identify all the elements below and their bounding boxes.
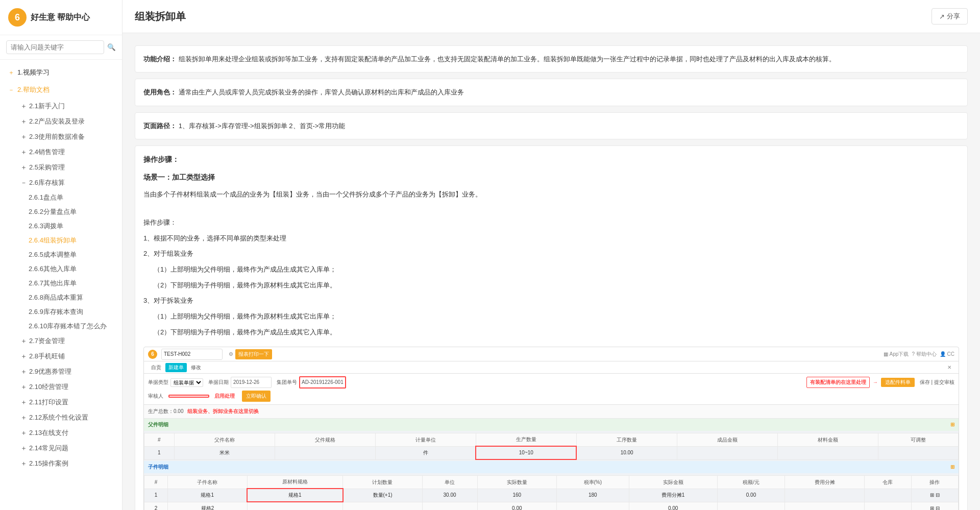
nav-item-212[interactable]: ＋ 2.12系统个性化设置 <box>12 410 122 425</box>
nav-section-2-label[interactable]: － 2.帮助文档 <box>0 81 122 99</box>
nav-sub-26: 2.6.1盘点单 2.6.2分量盘点单 2.6.3调拨单 2.6.4组装拆卸单 … <box>12 190 122 333</box>
plus-icon-23: ＋ <box>20 132 27 141</box>
nav-item-215[interactable]: ＋ 2.15操作案例 <box>12 456 122 471</box>
mock-apps-icon: ▦ App下载 <box>884 350 909 359</box>
mock-date-input[interactable]: 2019-12-26 <box>231 377 272 388</box>
mock-toolbar-row2: 审核人 启用处理 立即确认 <box>148 391 954 402</box>
mock-spec-highlight[interactable]: 规格1 <box>247 489 342 502</box>
nav-item-210[interactable]: ＋ 2.10经营管理 <box>12 379 122 395</box>
mock-upper-expand-btn[interactable]: ⊞ <box>950 420 954 429</box>
ops-steps-title: 操作步骤： <box>143 216 959 229</box>
nav-item-264[interactable]: 2.6.4组装拆卸单 <box>20 233 122 248</box>
mock-lower-expand-btn[interactable]: ⊞ <box>950 463 954 472</box>
scenario1-desc: 当由多个子件材料组装成一个成品的业务为【组装】业务，当由一个父件拆分成多个子产品… <box>143 188 959 201</box>
nav-section-1-label[interactable]: ＋ 1.视频学习 <box>0 64 122 81</box>
mock-store-select: TEST-H002 <box>161 349 223 360</box>
nav-item-2610[interactable]: 2.6.10库存账本错了怎么办 <box>20 319 122 333</box>
mock-menu-home[interactable]: 自贡 <box>148 363 164 372</box>
mock-confirm-btn[interactable]: 立即确认 <box>242 391 271 402</box>
mock-app: 6 TEST-H002 ⚙ 报表打印一下 ▦ App下载 ? 帮助中心 👤 CC <box>144 347 959 510</box>
ops-title: 操作步骤： <box>143 153 959 166</box>
path-block: 页面路径： 1、库存核算->库存管理->组装拆卸单 2、首页->常用功能 <box>135 112 968 139</box>
role-block: 使用角色： 通常由生产人员或库管人员完成拆装业务的操作，库管人员确认原材料的出库… <box>135 79 968 106</box>
plus-icon-29: ＋ <box>20 367 27 376</box>
table-row: 1 米米 件 10~10 10.00 <box>144 446 959 459</box>
steps-content: 当由多个子件材料组装成一个成品的业务为【组装】业务，当由一个父件拆分成多个子产品… <box>143 188 959 339</box>
mock-col-unit: 计量单位 <box>375 433 476 447</box>
nav-item-214[interactable]: ＋ 2.14常见问题 <box>12 441 122 456</box>
mock-no-input[interactable]: AD-20191226-001 <box>299 376 346 388</box>
mock-col-parent-name: 父件名称 <box>174 433 275 447</box>
mock-upper-table: # 父件名称 父件规格 计量单位 生产数量 工序数量 成品金额 材料金额 可调整 <box>144 433 959 460</box>
search-input[interactable] <box>6 40 104 54</box>
nav-item-26[interactable]: － 2.6库存核算 <box>12 175 122 190</box>
nav-item-29[interactable]: ＋ 2.9优惠券管理 <box>12 364 122 379</box>
nav-item-27[interactable]: ＋ 2.7资金管理 <box>12 333 122 349</box>
ops-block: 操作步骤： 场景一：加工类型选择 当由多个子件材料组装成一个成品的业务为【组装】… <box>135 145 968 510</box>
nav-item-261[interactable]: 2.6.1盘点单 <box>20 190 122 205</box>
nav-item-211[interactable]: ＋ 2.11打印设置 <box>12 395 122 410</box>
sidebar-header: 6 好生意 帮助中心 <box>0 0 122 35</box>
app-title: 好生意 帮助中心 <box>31 12 90 23</box>
plus-icon-24: ＋ <box>20 148 27 157</box>
nav-item-263[interactable]: 2.6.3调拨单 <box>20 219 122 233</box>
mock-topbar-btn[interactable]: 报表打印一下 <box>235 349 272 359</box>
mock-sub-toolbar: 生产总数：0.00 组装业务、拆卸业务在这里切换 <box>144 405 959 419</box>
search-button[interactable]: 🔍 <box>107 43 116 51</box>
collapse-icon-2: － <box>8 86 14 94</box>
nav-item-213[interactable]: ＋ 2.13在线支付 <box>12 425 122 441</box>
mock-bom-annotation: 有装配清单的在这里处理 <box>806 377 870 388</box>
nav-item-22[interactable]: ＋ 2.2产品安装及登录 <box>12 114 122 129</box>
mock-col-no: # <box>144 433 175 447</box>
mock-lower-table-wrapper: # 子件名称 原材料规格 计划数量 单位 实际数量 税率(%) 实际金额 税额/ <box>144 473 959 510</box>
mock-user-icon: 👤 CC <box>940 350 954 359</box>
role-text: 通常由生产人员或库管人员完成拆装业务的操作，库管人员确认原材料的出库和产成品的入… <box>179 88 464 96</box>
role-label: 使用角色： <box>143 88 177 96</box>
nav-item-267[interactable]: 2.6.7其他出库单 <box>20 276 122 290</box>
plus-icon-215: ＋ <box>20 459 27 468</box>
mock-type-select[interactable]: 组装单据 拆卸单据 <box>170 378 203 387</box>
step2a: （1）上部明细为父件明细，最终作为产成品生成其它入库单； <box>143 263 959 276</box>
mock-bom-area: 有装配清单的在这里处理 → 选配件料单 保存 | 提交审核 <box>806 377 954 388</box>
mock-col-adjustable: 可调整 <box>878 433 959 447</box>
nav-sub-2: ＋ 2.1新手入门 ＋ 2.2产品安装及登录 ＋ 2.3使用前数据准备 ＋ 2.… <box>0 99 122 471</box>
nav-item-269[interactable]: 2.6.9库存账本查询 <box>20 305 122 319</box>
nav-item-265[interactable]: 2.6.5成本调整单 <box>20 248 122 262</box>
mock-approver-input[interactable] <box>168 395 209 398</box>
share-button[interactable]: ↗ 分享 <box>932 8 968 25</box>
mock-extra-btns: 保存 | 提交审核 <box>920 378 954 387</box>
mock-menu-edit[interactable]: 修改 <box>188 363 204 372</box>
nav-item-24[interactable]: ＋ 2.4销售管理 <box>12 144 122 160</box>
mock-arrow-right: → <box>873 378 878 387</box>
mock-help-icon: ? 帮助中心 <box>912 350 936 359</box>
mock-upper-table-wrapper: # 父件名称 父件规格 计量单位 生产数量 工序数量 成品金额 材料金额 可调整 <box>144 431 959 460</box>
page-header: 组装拆卸单 ↗ 分享 <box>122 0 980 33</box>
nav-item-23[interactable]: ＋ 2.3使用前数据准备 <box>12 129 122 144</box>
plus-icon-211: ＋ <box>20 398 27 407</box>
nav-item-21[interactable]: ＋ 2.1新手入门 <box>12 99 122 114</box>
mock-select-bom-btn[interactable]: 选配件料单 <box>881 378 915 387</box>
mock-field-date: 单据日期 2019-12-26 <box>208 377 272 388</box>
mock-enable-annotation: 启用处理 <box>214 392 235 401</box>
mock-menu-new[interactable]: 新建单 <box>165 363 187 372</box>
sidebar: 6 好生意 帮助中心 🔍 ＋ 1.视频学习 － 2.帮助文档 ＋ 2.1新手入门 <box>0 0 122 510</box>
mock-toolbar-area: 单据类型 组装单据 拆卸单据 单据日期 2019-12-26 <box>144 374 959 405</box>
mock-topbar: 6 TEST-H002 ⚙ 报表打印一下 ▦ App下载 ? 帮助中心 👤 CC <box>144 347 959 361</box>
mock-approver-label: 审核人 <box>148 392 163 401</box>
mock-total-label: 生产总数：0.00 <box>148 407 183 416</box>
page-title: 组装拆卸单 <box>135 10 186 23</box>
mock-switch-annotation: 组装业务、拆卸业务在这里切换 <box>187 407 259 416</box>
plus-icon-28: ＋ <box>20 352 27 361</box>
nav-item-266[interactable]: 2.6.6其他入库单 <box>20 262 122 276</box>
scenario1-title: 场景一：加工类型选择 <box>143 171 959 184</box>
nav-item-262[interactable]: 2.6.2分量盘点单 <box>20 205 122 219</box>
plus-icon-25: ＋ <box>20 163 27 172</box>
nav-item-268[interactable]: 2.6.8商品成本重算 <box>20 290 122 305</box>
nav-item-28[interactable]: ＋ 2.8手机旺铺 <box>12 349 122 364</box>
mock-close-icon[interactable]: ✕ <box>947 363 951 372</box>
nav-item-25[interactable]: ＋ 2.5采购管理 <box>12 160 122 175</box>
mock-field-no: 集团单号 AD-20191226-001 <box>277 376 346 388</box>
screenshot-wrapper: 6 TEST-H002 ⚙ 报表打印一下 ▦ App下载 ? 帮助中心 👤 CC <box>143 347 959 510</box>
mock-produce-qty-highlight[interactable]: 10~10 <box>476 446 576 459</box>
plus-icon-212: ＋ <box>20 413 27 422</box>
